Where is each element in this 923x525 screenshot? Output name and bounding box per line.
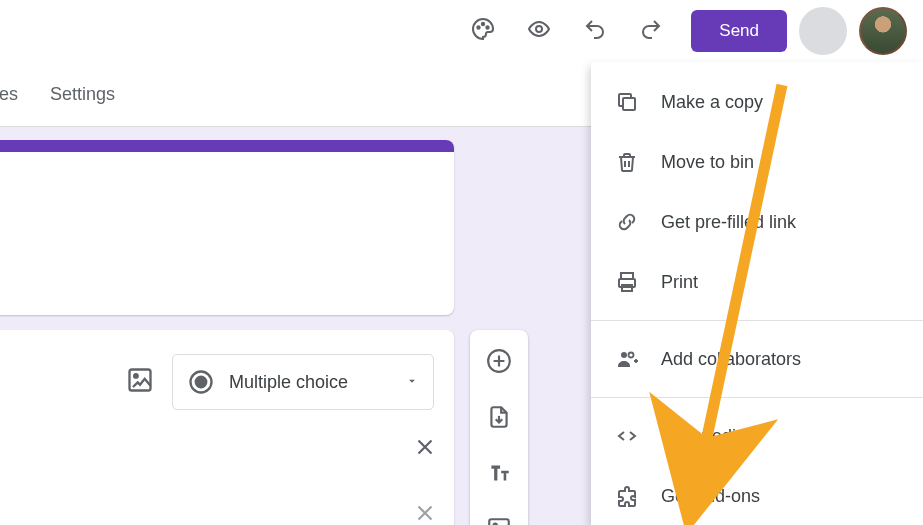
svg-point-2: [487, 26, 489, 28]
undo-button[interactable]: [571, 7, 619, 55]
customize-theme-button[interactable]: [459, 7, 507, 55]
menu-print-label: Print: [661, 272, 698, 293]
copy-icon: [613, 90, 641, 114]
add-title-button[interactable]: [486, 460, 512, 490]
menu-make-copy[interactable]: Make a copy: [591, 72, 923, 132]
svg-point-18: [621, 352, 627, 358]
menu-prefilled-link[interactable]: Get pre-filled link: [591, 192, 923, 252]
code-icon: [613, 424, 641, 448]
undo-icon: [583, 17, 607, 45]
redo-button[interactable]: [627, 7, 675, 55]
svg-point-1: [482, 23, 484, 25]
form-header-card[interactable]: [0, 140, 454, 315]
svg-point-0: [478, 26, 480, 28]
send-button[interactable]: Send: [691, 10, 787, 52]
menu-prefilled-link-label: Get pre-filled link: [661, 212, 796, 233]
remove-option-button[interactable]: [412, 434, 438, 464]
menu-get-addons[interactable]: Get add-ons: [591, 466, 923, 525]
tab-responses[interactable]: ses: [0, 84, 18, 105]
preview-button[interactable]: [515, 7, 563, 55]
avatar-image: [861, 9, 905, 53]
menu-divider: [591, 320, 923, 321]
menu-divider-2: [591, 397, 923, 398]
remove-option-button-2[interactable]: [412, 500, 438, 525]
more-options-button[interactable]: [799, 7, 847, 55]
svg-rect-14: [623, 98, 635, 110]
menu-add-collaborators-label: Add collaborators: [661, 349, 801, 370]
palette-icon: [471, 17, 495, 45]
add-people-icon: [613, 347, 641, 371]
question-card[interactable]: Multiple choice: [0, 330, 454, 525]
import-questions-button[interactable]: [486, 404, 512, 434]
account-avatar[interactable]: [859, 7, 907, 55]
add-image-button[interactable]: [126, 366, 154, 398]
menu-move-to-bin[interactable]: Move to bin: [591, 132, 923, 192]
eye-icon: [527, 17, 551, 45]
top-toolbar: Send: [0, 0, 923, 62]
radio-icon: [187, 368, 215, 396]
svg-point-19: [629, 353, 634, 358]
svg-point-10: [196, 377, 207, 388]
extension-icon: [613, 484, 641, 508]
redo-icon: [639, 17, 663, 45]
caret-down-icon: [405, 372, 419, 393]
menu-script-editor[interactable]: Script editor: [591, 406, 923, 466]
menu-add-collaborators[interactable]: Add collaborators: [591, 329, 923, 389]
svg-point-3: [536, 26, 542, 32]
svg-rect-12: [489, 519, 509, 525]
menu-print[interactable]: Print: [591, 252, 923, 312]
question-type-label: Multiple choice: [229, 372, 348, 393]
add-question-button[interactable]: [486, 348, 512, 378]
menu-get-addons-label: Get add-ons: [661, 486, 760, 507]
svg-point-8: [134, 374, 138, 378]
svg-rect-7: [130, 370, 151, 391]
print-icon: [613, 270, 641, 294]
link-icon: [613, 210, 641, 234]
tab-settings[interactable]: Settings: [50, 84, 115, 105]
add-image-side-button[interactable]: [486, 516, 512, 525]
floating-side-toolbar: [470, 330, 528, 525]
form-accent-bar: [0, 140, 454, 152]
menu-move-to-bin-label: Move to bin: [661, 152, 754, 173]
trash-icon: [613, 150, 641, 174]
menu-script-editor-label: Script editor: [661, 426, 757, 447]
question-controls-row: Multiple choice: [10, 354, 434, 410]
question-type-dropdown[interactable]: Multiple choice: [172, 354, 434, 410]
menu-make-copy-label: Make a copy: [661, 92, 763, 113]
more-options-menu: Make a copy Move to bin Get pre-filled l…: [591, 62, 923, 525]
